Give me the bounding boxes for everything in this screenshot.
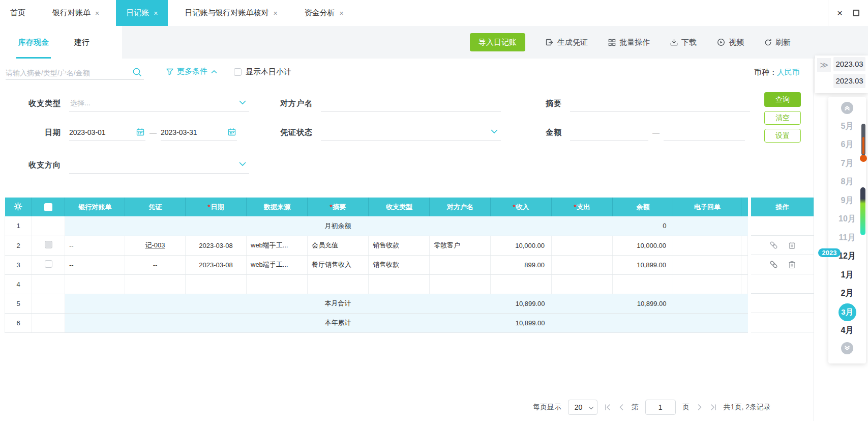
row-checkbox-cell	[32, 236, 65, 255]
scroll-up-button[interactable]	[841, 102, 853, 114]
account-tabs: 库存现金 建行	[0, 26, 122, 59]
cell-income: 10,899.00	[491, 313, 552, 332]
cell-expense	[552, 236, 613, 255]
tab-close-icon[interactable]: ×	[273, 9, 277, 17]
row-checkbox[interactable]	[45, 241, 52, 248]
subtab-cash[interactable]: 库存现金	[18, 26, 49, 59]
month-item-active[interactable]: 3月	[828, 303, 866, 322]
date-to-wrap	[161, 124, 237, 141]
record-count: 共1页, 2条记录	[724, 403, 771, 412]
year-badge: 2023	[818, 248, 841, 257]
window-controls: ×	[828, 0, 868, 26]
tab-journal-bank-check[interactable]: 日记账与银行对账单核对×	[174, 0, 287, 26]
subtab-ccb-bank[interactable]: 建行	[74, 26, 89, 59]
col-operation: 操作	[751, 198, 814, 216]
period-sidebar: ≫ 2023.03 2023.03 5月 6月 7月 8月 9月 10月 11月…	[814, 59, 868, 421]
batch-operation-button[interactable]: 批量操作	[608, 38, 650, 47]
trash-icon[interactable]	[788, 261, 796, 269]
refresh-button[interactable]: 刷新	[764, 38, 791, 47]
per-page-select[interactable]: 20	[568, 400, 597, 415]
amount-max-input[interactable]	[664, 124, 745, 139]
link-icon[interactable]	[769, 241, 778, 249]
row-checkbox[interactable]	[45, 260, 52, 268]
currency-value[interactable]: 人民币	[777, 68, 800, 76]
type-select[interactable]: 选择...	[69, 95, 249, 112]
tab-home[interactable]: 首页	[0, 0, 36, 26]
col-filler	[741, 198, 748, 216]
month-item[interactable]: 2月	[828, 285, 866, 303]
voucher-status-select[interactable]	[321, 124, 501, 141]
journal-table: 银行对账单 凭证 *日期 数据来源 *摘要 收支类型 对方户名 *收入 *支出 …	[5, 198, 748, 333]
date-to-input[interactable]	[161, 128, 221, 136]
date-from-input[interactable]	[69, 128, 129, 136]
table-row-month-total: 5 本月合计 10,899.00 10,899.00	[5, 294, 748, 313]
checkbox-icon[interactable]	[44, 203, 52, 211]
tab-bank-statement[interactable]: 银行对账单×	[42, 0, 109, 26]
row-number: 4	[5, 274, 32, 294]
scrollbar-handle-green[interactable]	[860, 187, 865, 235]
per-page-label: 每页显示	[533, 403, 561, 412]
trash-icon[interactable]	[788, 241, 796, 249]
maximize-icon[interactable]	[853, 10, 859, 16]
close-icon[interactable]: ×	[837, 8, 843, 18]
cell-income: 899.00	[491, 255, 552, 274]
page-input[interactable]	[645, 400, 676, 415]
filter-date-range: 日期 —	[0, 123, 237, 142]
next-page-button[interactable]	[696, 404, 703, 411]
calendar-icon[interactable]	[228, 128, 236, 137]
direction-select[interactable]	[69, 156, 249, 174]
col-expense: *支出	[552, 198, 613, 216]
summary-input[interactable]	[570, 96, 750, 111]
filter-counterparty: 对方户名	[270, 94, 501, 113]
cell-balance: 10,899.00	[613, 255, 673, 274]
tab-close-icon[interactable]: ×	[154, 9, 158, 17]
voucher-link[interactable]: 记-003	[145, 241, 165, 249]
import-journal-button[interactable]: 导入日记账	[470, 33, 525, 51]
show-daily-subtotal-checkbox[interactable]: 显示本日小计	[234, 67, 291, 77]
amount-min-input[interactable]	[570, 124, 648, 139]
expand-icon[interactable]: ≫	[817, 58, 831, 72]
col-type: 收支类型	[369, 198, 430, 216]
tab-close-icon[interactable]: ×	[340, 9, 344, 17]
cell-summary: 本年累计	[308, 313, 369, 332]
settings-button[interactable]: 设置	[764, 129, 801, 143]
counterparty-input[interactable]	[321, 96, 501, 111]
tab-journal[interactable]: 日记账×	[116, 0, 168, 26]
column-settings-button[interactable]	[5, 198, 32, 216]
cell-e-receipt	[673, 255, 741, 274]
generate-voucher-button[interactable]: 生成凭证	[546, 38, 588, 47]
month-item[interactable]: 1月	[828, 266, 866, 285]
scrollbar-marker-orange[interactable]	[861, 124, 865, 155]
query-button[interactable]: 查询	[764, 92, 801, 107]
row-checkbox-cell	[32, 255, 65, 274]
checkbox-icon[interactable]	[234, 68, 242, 76]
month-item[interactable]: 4月	[828, 322, 866, 341]
video-button[interactable]: 视频	[717, 38, 744, 47]
double-chevron-up-icon	[844, 105, 850, 111]
prev-page-button[interactable]	[618, 404, 625, 411]
search-icon[interactable]	[132, 67, 142, 78]
table-row: 3 -- -- 2023-03-08 web端手工... 餐厅销售收入 销售收款…	[5, 255, 748, 274]
scroll-down-button[interactable]	[841, 342, 853, 354]
first-page-button[interactable]	[604, 404, 611, 411]
cell-balance: 10,000.00	[613, 236, 673, 255]
double-chevron-down-icon	[844, 345, 850, 351]
month-item[interactable]: 5月	[828, 117, 866, 136]
month-item[interactable]: 6月	[828, 136, 866, 155]
link-icon[interactable]	[769, 260, 778, 269]
cell-counterparty: 零散客户	[430, 236, 491, 255]
more-conditions-toggle[interactable]: 更多条件	[166, 67, 217, 76]
tab-close-icon[interactable]: ×	[95, 9, 99, 17]
last-page-button[interactable]	[710, 404, 717, 411]
col-data-source: 数据来源	[247, 198, 308, 216]
filter-amount: 金额 —	[501, 123, 745, 142]
period-selected[interactable]: 2023.03	[833, 74, 865, 88]
download-button[interactable]: 下载	[670, 38, 697, 47]
search-input[interactable]	[6, 66, 144, 80]
row-number: 3	[5, 255, 32, 274]
calendar-icon[interactable]	[136, 128, 144, 137]
select-all-checkbox[interactable]	[32, 198, 65, 216]
period-current[interactable]: 2023.03	[833, 57, 865, 71]
clear-button[interactable]: 清空	[764, 111, 801, 125]
tab-fund-analysis[interactable]: 资金分析×	[294, 0, 354, 26]
